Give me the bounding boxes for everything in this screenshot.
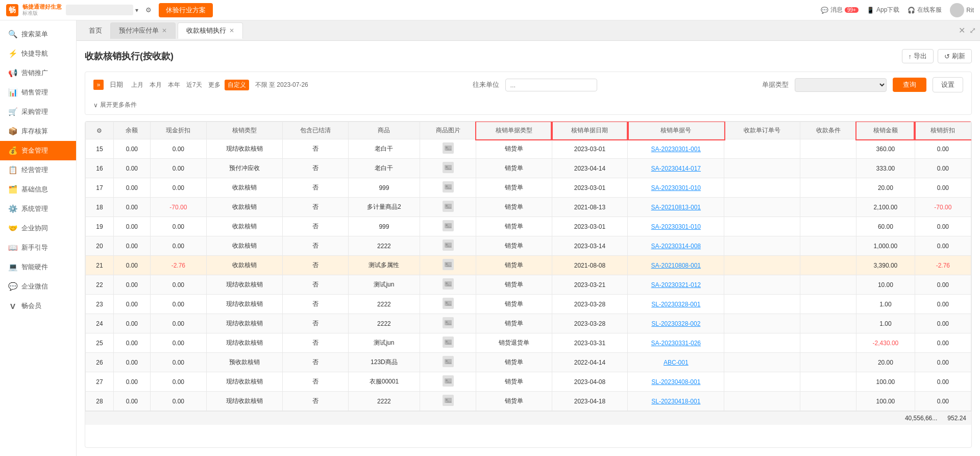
cell-bill-no[interactable]: SL-20230328-002 xyxy=(628,314,724,333)
cell-bill-no[interactable]: SA-20230321-012 xyxy=(628,275,724,295)
this-month-btn[interactable]: 本月 xyxy=(148,80,164,90)
cell-write-off-discount: -2.76 xyxy=(915,256,971,275)
cell-bill-no[interactable]: SL-20230328-001 xyxy=(628,295,724,314)
cell-goods-image xyxy=(420,392,476,411)
cell-bill-date: 2023-03-28 xyxy=(552,295,628,314)
sidebar-item-system[interactable]: ⚙️ 系统管理 xyxy=(0,199,76,219)
sidebar: 🔍 搜索菜单 ⚡ 快捷导航 📢 营销推广 📊 销售管理 🛒 采购管理 📦 库存核… xyxy=(0,20,77,456)
cell-write-off-amount: 3,390.00 xyxy=(856,256,915,275)
cell-write-off-type: 现结收款核销 xyxy=(206,275,282,295)
page-title: 收款核销执行(按收款) xyxy=(85,50,174,62)
expand-more-btn[interactable]: ∨ 展开更多条件 xyxy=(93,101,137,109)
sidebar-item-quick-nav[interactable]: ⚡ 快捷导航 xyxy=(0,44,76,63)
table-row: 22 0.00 0.00 现结收款核销 否 测试jun 销货单 2023-03-… xyxy=(86,275,971,295)
cell-bill-type: 销货单 xyxy=(476,139,552,159)
cell-receipt-condition xyxy=(800,139,856,159)
dropdown-chevron-icon: ▾ xyxy=(135,7,138,14)
sidebar-item-basic-info[interactable]: 🗂️ 基础信息 xyxy=(0,180,76,199)
custom-date-btn[interactable]: 自定义 xyxy=(225,80,249,90)
app-icon: 📱 xyxy=(867,7,874,14)
last-month-btn[interactable]: 上月 xyxy=(129,80,145,90)
sidebar-item-marketing[interactable]: 📢 营销推广 xyxy=(0,63,76,83)
cell-bill-no[interactable]: SA-20230414-017 xyxy=(628,159,724,178)
tab-maximize-btn[interactable]: ⤢ xyxy=(969,26,976,35)
tab-writeoff[interactable]: 收款核销执行 ✕ xyxy=(178,22,243,39)
cell-write-off-discount: 0.00 xyxy=(915,314,971,333)
cell-bill-type: 销货单 xyxy=(476,392,552,411)
cell-goods-image xyxy=(420,139,476,159)
cell-write-off-discount: -70.00 xyxy=(915,198,971,217)
more-date-btn[interactable]: 更多 xyxy=(206,80,223,90)
top-bar-right: 💬 消息 99+ 📱 App下载 🎧 在线客服 Rit xyxy=(821,3,974,17)
query-btn[interactable]: 查询 xyxy=(893,78,926,92)
this-year-btn[interactable]: 本年 xyxy=(166,80,182,90)
sidebar-item-collab[interactable]: 🤝 企业协同 xyxy=(0,219,76,238)
cell-goods-image xyxy=(420,178,476,198)
bill-type-select[interactable] xyxy=(795,78,887,92)
th-cash-discount: 现金折扣 xyxy=(150,122,206,139)
refresh-btn[interactable]: ↺ 刷新 xyxy=(938,49,972,63)
cell-bill-no[interactable]: SA-20230301-010 xyxy=(628,178,724,198)
message-btn[interactable]: 💬 消息 99+ xyxy=(821,6,859,14)
sidebar-item-operations[interactable]: 📋 经营管理 xyxy=(0,160,76,180)
sidebar-item-finance[interactable]: 💰 资金管理 xyxy=(0,141,76,160)
cell-goods-image xyxy=(420,353,476,372)
settings-icon[interactable]: ⚙ xyxy=(142,4,155,16)
tab-close-btn[interactable]: ✕ xyxy=(959,26,965,35)
cell-bill-no[interactable]: SA-20210808-001 xyxy=(628,256,724,275)
writeoff-tab-close-icon[interactable]: ✕ xyxy=(229,27,234,34)
cell-bill-no[interactable]: SA-20230301-010 xyxy=(628,217,724,236)
cell-bill-date: 2021-08-08 xyxy=(552,256,628,275)
top-bar-left: 畅 畅捷通谱好生意 标准版 ▾ ⚙ 休验行业方案 xyxy=(6,3,817,17)
sidebar-item-beginner[interactable]: 📖 新手引导 xyxy=(0,238,76,257)
cell-bill-type: 销货单 xyxy=(476,372,552,392)
sidebar-item-label: 企业微信 xyxy=(21,282,48,291)
cell-write-off-discount: 0.00 xyxy=(915,275,971,295)
cell-write-off-discount: 0.00 xyxy=(915,372,971,392)
prepay-tab-close-icon[interactable]: ✕ xyxy=(162,27,167,34)
export-btn[interactable]: ↑ 导出 xyxy=(902,49,934,63)
cell-receipt-condition xyxy=(800,159,856,178)
sidebar-item-purchase[interactable]: 🛒 采购管理 xyxy=(0,102,76,122)
company-dropdown[interactable]: ▾ xyxy=(66,5,138,15)
tab-home[interactable]: 首页 xyxy=(81,22,110,39)
sidebar-item-inventory[interactable]: 📦 库存核算 xyxy=(0,122,76,141)
cell-write-off-type: 收款核销 xyxy=(206,217,282,236)
sidebar-item-wechat[interactable]: 💬 企业微信 xyxy=(0,277,76,296)
solution-btn[interactable]: 休验行业方案 xyxy=(159,3,213,17)
last-7days-btn[interactable]: 近7天 xyxy=(184,80,204,90)
cell-goods-image xyxy=(420,314,476,333)
online-service-btn[interactable]: 🎧 在线客服 xyxy=(908,6,942,14)
cell-goods: 测试多属性 xyxy=(348,256,420,275)
cell-bill-no[interactable]: SL-20230418-001 xyxy=(628,392,724,411)
th-settings: ⚙ xyxy=(86,122,114,139)
sidebar-item-hardware[interactable]: 💻 智能硬件 xyxy=(0,257,76,277)
svg-point-6 xyxy=(446,166,448,168)
cell-receipt-order-no xyxy=(724,217,800,236)
sidebar-item-label: 企业协同 xyxy=(21,224,48,233)
user-menu[interactable]: Rit xyxy=(950,3,974,17)
cell-bill-no[interactable]: SA-20230301-001 xyxy=(628,139,724,159)
from-unit-input[interactable] xyxy=(505,79,597,91)
sidebar-item-sales[interactable]: 📊 销售管理 xyxy=(0,83,76,102)
expand-arrow-btn[interactable]: » xyxy=(93,80,104,90)
sidebar-item-member[interactable]: V 畅会员 xyxy=(0,296,76,316)
cell-balance: 0.00 xyxy=(113,372,150,392)
table-row: 26 0.00 0.00 预收款核销 否 123D商品 销货单 2022-04-… xyxy=(86,353,971,372)
cell-bill-no[interactable]: SA-20230314-008 xyxy=(628,236,724,256)
cell-bill-no[interactable]: SA-20230331-026 xyxy=(628,333,724,353)
tab-prepay[interactable]: 预付冲应付单 ✕ xyxy=(110,22,176,39)
sidebar-item-search[interactable]: 🔍 搜索菜单 xyxy=(0,25,76,44)
cell-cash-discount: 0.00 xyxy=(150,353,206,372)
cell-bill-no[interactable]: SL-20230408-001 xyxy=(628,372,724,392)
cell-cash-discount: 0.00 xyxy=(150,236,206,256)
cell-write-off-amount: 10.00 xyxy=(856,275,915,295)
setting-btn[interactable]: 设置 xyxy=(933,77,963,92)
member-icon: V xyxy=(8,301,17,310)
svg-point-50 xyxy=(446,379,448,381)
cell-bill-no[interactable]: SA-20210813-001 xyxy=(628,198,724,217)
cell-bill-no[interactable]: ABC-001 xyxy=(628,353,724,372)
cell-write-off-amount: 1.00 xyxy=(856,295,915,314)
app-download-btn[interactable]: 📱 App下载 xyxy=(867,6,899,14)
th-write-off-type: 核销类型 xyxy=(206,122,282,139)
